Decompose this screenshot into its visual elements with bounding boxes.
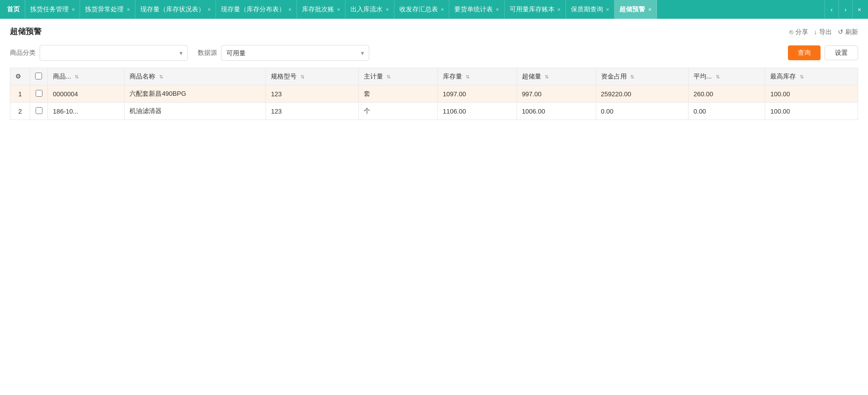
page-header: 超储预警 ⎋ 分享 ↓ 导出 ↺ 刷新 [10,27,858,37]
table-header-row: ⚙ 商品... ⇅ 商品名称 ⇅ 规格型号 ⇅ 主计量 [10,68,858,85]
nav-tab-9[interactable]: 可用量库存账本 × [505,0,566,19]
category-select[interactable] [40,45,188,61]
nav-tab-close-6[interactable]: × [386,6,389,12]
datasource-select[interactable]: 可用量 [221,45,369,61]
row-checkbox-0[interactable] [36,90,43,97]
row-over-stock-0: 997.00 [517,85,596,103]
nav-tab-label-11: 超储预警 [619,5,645,14]
nav-tab-label-1: 拣货任务管理 [30,5,69,14]
nav-tab-4[interactable]: 现存量（库存分布表） × [216,0,297,19]
table-row: 2 186-10... 机油滤清器 123 个 1106.00 1006.00 … [10,103,858,120]
th-over-stock-label: 超储量 [522,73,541,80]
nav-tab-2[interactable]: 拣货异常处理 × [80,0,135,19]
nav-tab-label-8: 要货单统计表 [454,5,493,14]
th-stock-label: 库存量 [443,73,462,80]
th-spec: 规格型号 ⇅ [266,68,358,85]
top-nav: 首页 拣货任务管理 × 拣货异常处理 × 现存量（库存状况表） × 现存量（库存… [0,0,868,19]
sort-icon-avg[interactable]: ⇅ [716,74,720,79]
nav-tab-close-8[interactable]: × [496,6,499,12]
nav-tab-label-3: 现存量（库存状况表） [140,5,205,14]
nav-tab-label-2: 拣货异常处理 [85,5,124,14]
nav-prev-arrow[interactable]: ‹ [825,0,838,19]
nav-tab-close-1[interactable]: × [72,6,75,12]
row-check-0 [30,85,48,103]
nav-arrows: ‹ › × [825,0,866,19]
sort-icon-spec[interactable]: ⇅ [301,74,304,79]
nav-tab-close-3[interactable]: × [208,6,211,12]
row-product-code-0: 0000004 [48,85,125,103]
nav-tab-home[interactable]: 首页 [2,0,25,19]
nav-tab-close-2[interactable]: × [127,6,130,12]
nav-tab-label-7: 收发存汇总表 [399,5,438,14]
share-label: 分享 [795,28,808,37]
row-capital-0: 259220.00 [596,85,688,103]
settings-gear-icon[interactable]: ⚙ [15,73,23,80]
row-spec-1: 123 [266,103,358,120]
nav-tab-close-10[interactable]: × [606,6,609,12]
sort-icon-max-stock[interactable]: ⇅ [800,74,804,79]
page-content: 超储预警 ⎋ 分享 ↓ 导出 ↺ 刷新 商品分类 [0,19,868,395]
nav-tab-close-4[interactable]: × [288,6,291,12]
row-max-stock-0: 100.00 [765,85,858,103]
th-avg: 平均... ⇅ [689,68,765,85]
refresh-button[interactable]: ↺ 刷新 [838,28,858,37]
nav-tab-3[interactable]: 现存量（库存状况表） × [135,0,216,19]
category-select-wrapper [40,45,188,61]
row-avg-1: 0.00 [689,103,765,120]
sort-icon-over-stock[interactable]: ⇅ [545,74,549,79]
row-spec-0: 123 [266,85,358,103]
th-max-stock-label: 最高库存 [770,73,796,80]
nav-tab-8[interactable]: 要货单统计表 × [449,0,504,19]
share-button[interactable]: ⎋ 分享 [789,28,808,37]
th-unit-label: 主计量 [364,73,383,80]
nav-tab-close-5[interactable]: × [337,6,340,12]
row-checkbox-1[interactable] [36,107,43,114]
table-body: 1 0000004 六配套新昌490BPG 123 套 1097.00 997.… [10,85,858,120]
nav-tab-5[interactable]: 库存批次账 × [297,0,346,19]
sort-icon-product-code[interactable]: ⇅ [75,74,79,79]
nav-tab-home-label: 首页 [7,5,20,14]
nav-tab-11[interactable]: 超储预警 × [614,0,656,19]
sort-icon-product-name[interactable]: ⇅ [159,74,163,79]
row-capital-1: 0.00 [596,103,688,120]
th-product-name: 商品名称 ⇅ [125,68,266,85]
export-icon: ↓ [814,28,818,36]
sort-icon-unit[interactable]: ⇅ [387,74,391,79]
sort-icon-capital[interactable]: ⇅ [630,74,634,79]
sort-icon-stock[interactable]: ⇅ [466,74,470,79]
filter-category: 商品分类 [10,45,188,61]
nav-tab-close-7[interactable]: × [441,6,444,12]
th-product-name-label: 商品名称 [130,73,155,80]
refresh-label: 刷新 [845,28,858,37]
nav-tab-close-11[interactable]: × [648,6,651,12]
header-actions: ⎋ 分享 ↓ 导出 ↺ 刷新 [789,28,859,37]
th-product-code-label: 商品... [53,73,71,80]
datasource-label: 数据源 [198,48,217,57]
page-title: 超储预警 [10,27,42,37]
nav-tab-label-9: 可用量库存账本 [510,5,555,14]
settings-button[interactable]: 设置 [825,45,858,60]
row-stock-0: 1097.00 [437,85,517,103]
export-button[interactable]: ↓ 导出 [814,28,832,37]
category-label: 商品分类 [10,48,36,57]
nav-tab-close-9[interactable]: × [558,6,561,12]
nav-tab-label-10: 保质期查询 [571,5,603,14]
row-num-0: 1 [10,85,30,103]
filter-actions: 查询 设置 [788,45,858,60]
nav-tab-6[interactable]: 出入库流水 × [346,0,394,19]
nav-tab-7[interactable]: 收发存汇总表 × [394,0,449,19]
nav-more-arrow[interactable]: × [852,0,866,19]
nav-tab-10[interactable]: 保质期查询 × [566,0,614,19]
th-check [30,68,48,85]
query-button[interactable]: 查询 [788,45,821,60]
share-icon: ⎋ [789,28,793,36]
table-row: 1 0000004 六配套新昌490BPG 123 套 1097.00 997.… [10,85,858,103]
select-all-checkbox[interactable] [35,73,42,79]
th-settings: ⚙ [10,68,30,85]
nav-tab-label-6: 出入库流水 [350,5,383,14]
th-over-stock: 超储量 ⇅ [517,68,596,85]
nav-tab-1[interactable]: 拣货任务管理 × [25,0,80,19]
datasource-select-wrapper: 可用量 [221,45,369,61]
data-table: ⚙ 商品... ⇅ 商品名称 ⇅ 规格型号 ⇅ 主计量 [10,68,858,120]
nav-next-arrow[interactable]: › [838,0,852,19]
